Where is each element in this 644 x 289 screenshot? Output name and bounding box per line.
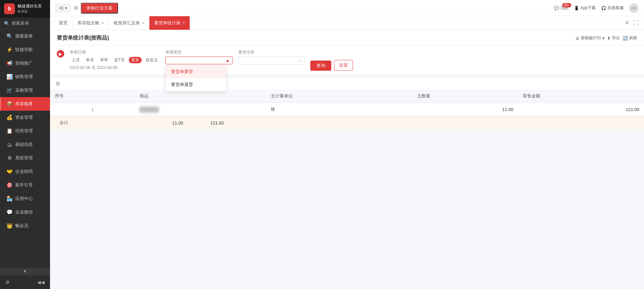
inventory-icon: 📦 — [6, 101, 13, 107]
print-dropdown-icon: ▾ — [602, 36, 604, 41]
tab-receivables[interactable]: 收发存汇总表× — [109, 16, 149, 30]
footer-label: 合计 — [55, 120, 129, 126]
store-selector[interactable]: 41 ▾ — [55, 4, 71, 12]
wechat-icon: 💬 — [6, 209, 13, 215]
warehouse-input[interactable] — [241, 58, 298, 63]
filter-expand-button[interactable]: ▶ — [57, 50, 64, 58]
type-dropdown-arrow[interactable]: ▲ — [225, 58, 230, 63]
date-filter-group: 单据日期 上月 本月 本年 近7天 更多 自定义 2023-05-06 至 20… — [70, 49, 160, 71]
topbar-gear-icon[interactable]: ⚙ — [73, 5, 78, 11]
page-content: 要货单统计表(按商品) 🖨 按模板打印 ▾ ⬇ 导出 🔄 刷新 ▶ — [50, 30, 644, 289]
filter-bar: ▶ 单据日期 上月 本月 本年 近7天 更多 自定义 2023-05-06 至 … — [50, 45, 644, 75]
search-icon: 🔍 — [4, 21, 9, 26]
sidebar-search[interactable]: 🔍 搜索菜单 — [0, 18, 50, 29]
tab-close-all-icon[interactable]: ✕ — [623, 18, 630, 27]
sidebar-item-label-system: 系统管理 — [15, 155, 33, 161]
tabs-bar: 首页库存批次账×收发存汇总表×要货单统计表×✕⛶ — [50, 16, 644, 30]
online-service-button[interactable]: 🎧 在线客服 — [601, 5, 624, 11]
footer-amount: 121.00 — [190, 120, 224, 126]
print-icon: 🖨 — [575, 36, 579, 41]
refresh-button[interactable]: 🔄 刷新 — [623, 35, 637, 41]
member-icon: 👑 — [6, 223, 13, 229]
table-header: 序号商品主计量单位主数量零售金额 — [50, 90, 644, 103]
service-label: 在线客服 — [607, 5, 624, 11]
export-icon: ⬇ — [607, 36, 611, 41]
type-filter-group: 单据类型 ▲ 要货单要货要货单退货 — [165, 49, 233, 64]
tab-close-order-stats[interactable]: × — [183, 21, 185, 25]
dropdown-option-要货单退货[interactable]: 要货单退货 — [166, 78, 226, 91]
dropdown-option-要货单要货[interactable]: 要货单要货 — [166, 65, 226, 78]
date-range-display: 2023-05-06 至 2023-06-06 — [70, 65, 160, 71]
sidebar-item-label-inventory: 库存核算 — [15, 101, 33, 107]
date-quick-last-month[interactable]: 上月 — [70, 57, 82, 64]
sidebar-item-finance[interactable]: 💰资金管理 — [0, 111, 50, 124]
sidebar-item-appstore[interactable]: 🏪应用中心 — [0, 192, 50, 205]
export-button[interactable]: ⬇ 导出 — [607, 35, 620, 41]
table-settings-icon[interactable]: ⚙ — [55, 81, 60, 87]
sidebar-item-label-guide: 新手引导 — [15, 182, 33, 188]
tab-home[interactable]: 首页 — [54, 16, 73, 30]
date-custom-button[interactable]: 自定义 — [144, 57, 160, 64]
sidebar-item-inventory[interactable]: 📦库存核算 — [0, 97, 50, 111]
sidebar-item-guide[interactable]: 🎯新手引导 — [0, 178, 50, 192]
sales-icon: 📊 — [6, 74, 13, 80]
app-subtitle: 标准版 — [18, 9, 42, 14]
print-label: 按模板打印 — [581, 35, 601, 41]
purchase-icon: 🛒 — [6, 87, 13, 93]
data-table: 序号商品主计量单位主数量零售金额 1██████块11.00121.00 — [50, 90, 644, 116]
sidebar-scroll-down[interactable]: ▼ — [0, 268, 50, 275]
sidebar-item-enterprise[interactable]: 🤝企业协同 — [0, 165, 50, 178]
appstore-icon: 🏪 — [6, 196, 13, 202]
warehouse-more-icon[interactable]: ··· — [298, 58, 302, 63]
tab-expand-icon[interactable]: ⛶ — [632, 19, 640, 27]
store-name: 41 — [59, 6, 64, 10]
setting-button[interactable]: 设置 — [334, 60, 353, 71]
topbar: 41 ▾ ⚙ 体验行业方案 💬 消息 99+ 📱 App下载 🎧 在线客服 Ri… — [50, 0, 644, 16]
sidebar-item-sales[interactable]: 📊销售管理 — [0, 70, 50, 84]
type-input[interactable] — [168, 58, 225, 63]
message-button[interactable]: 💬 消息 99+ — [554, 5, 569, 11]
sidebar-item-basic[interactable]: 🗂基础信息 — [0, 138, 50, 151]
table-cell-amount: 121.00 — [518, 103, 644, 116]
guide-icon: 🎯 — [6, 182, 13, 188]
tab-inventory-batch[interactable]: 库存批次账× — [73, 16, 109, 30]
app-download-label: App下载 — [580, 5, 596, 11]
tab-label-order-stats: 要货单统计表 — [154, 20, 181, 26]
app-download-button[interactable]: 📱 App下载 — [574, 5, 596, 11]
tab-order-stats[interactable]: 要货单统计表× — [149, 16, 190, 30]
message-icon: 💬 — [554, 6, 559, 10]
search-icon: 🔍 — [6, 33, 13, 39]
date-quick-7days[interactable]: 近7天 — [112, 57, 127, 64]
col-header-unit: 主计量单位 — [266, 90, 412, 103]
table-cell-goods: ██████ — [135, 103, 266, 116]
sidebar-item-member[interactable]: 👑畅会员 — [0, 219, 50, 232]
sidebar-item-search[interactable]: 🔍搜索菜单 — [0, 29, 50, 43]
sidebar-item-wechat[interactable]: 💬企业微信 — [0, 205, 50, 219]
date-quick-this-year[interactable]: 本年 — [98, 57, 110, 64]
sidebar-item-purchase[interactable]: 🛒采购管理 — [0, 84, 50, 97]
sidebar-logo: b 畅捷通好生意 标准版 — [0, 0, 50, 18]
sidebar-item-operation[interactable]: 📋经营管理 — [0, 124, 50, 138]
warehouse-input-wrapper: ··· — [238, 57, 305, 65]
sidebar-item-marketing[interactable]: 📢营销推广 — [0, 57, 50, 70]
footer-qty: 11.00 — [149, 120, 183, 126]
sidebar-item-system[interactable]: ⚙系统管理 — [0, 151, 50, 165]
sidebar-item-label-purchase: 采购管理 — [15, 87, 33, 93]
sidebar-item-shortcut[interactable]: ⚡快捷导航 — [0, 43, 50, 57]
promo-button[interactable]: 体验行业方案 — [81, 3, 118, 14]
operation-icon: 📋 — [6, 128, 13, 134]
tab-close-receivables[interactable]: × — [142, 21, 144, 25]
tabs-actions: ✕⛶ — [623, 18, 640, 27]
query-button[interactable]: 查询 — [310, 61, 331, 71]
sidebar-collapse-icon[interactable]: ◀◀ — [36, 278, 46, 286]
date-quick-this-month[interactable]: 本月 — [84, 57, 96, 64]
col-header-goods: 商品 — [135, 90, 266, 103]
store-dropdown-icon: ▾ — [65, 6, 67, 10]
user-avatar[interactable]: Rit — [629, 3, 639, 13]
tab-close-inventory-batch[interactable]: × — [101, 21, 104, 25]
tab-label-home: 首页 — [59, 20, 68, 26]
sidebar-settings-icon[interactable]: ⚙ — [4, 278, 11, 286]
print-button[interactable]: 🖨 按模板打印 ▾ — [575, 35, 604, 41]
warehouse-filter-group: 要货仓库 ··· — [238, 49, 305, 65]
date-more-button[interactable]: 更多 — [129, 57, 142, 63]
